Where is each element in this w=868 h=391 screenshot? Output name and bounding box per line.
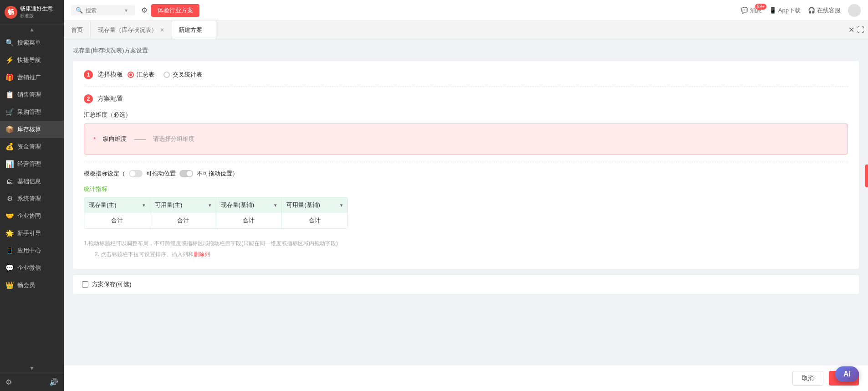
sidebar-item-label: 搜索菜单 <box>17 39 41 47</box>
inventory-icon: 📦 <box>5 125 14 134</box>
trial-btn[interactable]: 体验行业方案 <box>151 4 199 17</box>
sidebar-item-member[interactable]: 👑 畅会员 <box>0 277 64 294</box>
tab-new-plan[interactable]: 新建方案 ✕ <box>172 21 216 39</box>
template-radio-group: 汇总表 交叉统计表 <box>128 71 202 79</box>
save-row: 方案保存(可选) <box>73 274 859 294</box>
topbar: 🔍 ▾ ⚙ 体验行业方案 💬 消息 99+ 📱 App下载 🎧 在线客服 <box>64 0 868 21</box>
sidebar-item-system[interactable]: ⚙ 系统管理 <box>0 190 64 207</box>
delete-col-link[interactable]: 删除列 <box>194 251 210 257</box>
sidebar-item-newguide[interactable]: 🌟 新手引导 <box>0 225 64 242</box>
cancel-button[interactable]: 取消 <box>792 371 823 386</box>
sidebar-item-label: 系统管理 <box>17 195 41 203</box>
basic-icon: 🗂 <box>5 177 14 185</box>
stat-col-3-label: 可用量(基辅) <box>286 201 320 209</box>
tab-close-all-icon[interactable]: ✕ <box>848 26 854 34</box>
tab-home[interactable]: 首页 <box>64 21 91 39</box>
tips-section: 1.拖动标题栏可以调整布局，不可跨维度或指标区域拖动栏目字段(只能在同一维度或指… <box>84 238 848 260</box>
stat-col-0-dropdown[interactable]: ▾ <box>143 202 145 208</box>
purchase-icon: 🛒 <box>5 108 14 116</box>
tab-inventory-close-icon[interactable]: ✕ <box>160 27 164 33</box>
radio-summary[interactable]: 汇总表 <box>128 71 154 79</box>
sidebar-item-operation[interactable]: 📊 经营管理 <box>0 155 64 173</box>
step2-header: 2 方案配置 <box>84 94 848 103</box>
system-icon: ⚙ <box>5 195 14 203</box>
marketing-icon: 🎁 <box>5 73 14 82</box>
tip-1-text: 1.拖动标题栏可以调整布局，不可跨维度或指标区域拖动栏目字段(只能在同一维度或指… <box>84 238 338 249</box>
stat-col-0-label: 现存量(主) <box>89 201 117 209</box>
sidebar-item-enterprise[interactable]: 🤝 企业协同 <box>0 207 64 225</box>
sidebar-item-label: 销售管理 <box>17 91 41 99</box>
stat-col-1-dropdown[interactable]: ▾ <box>209 202 211 208</box>
sidebar-item-wechat[interactable]: 💬 企业微信 <box>0 259 64 277</box>
dim-placeholder[interactable]: 请选择分组维度 <box>153 135 194 143</box>
enterprise-icon: 🤝 <box>5 212 14 220</box>
sidebar-item-label: 企业协同 <box>17 212 41 220</box>
stat-cell-1: 合计 <box>150 213 216 228</box>
radio-cross[interactable]: 交叉统计表 <box>163 71 202 79</box>
user-avatar[interactable] <box>848 4 861 17</box>
sidebar-item-label: 经营管理 <box>17 160 41 168</box>
stat-col-3[interactable]: 可用量(基辅) ▾ <box>282 197 347 213</box>
stat-col-2-dropdown[interactable]: ▾ <box>274 202 277 208</box>
sidebar-logo: 畅 畅康通好生意 标准版 <box>0 0 64 25</box>
service-label: 在线客服 <box>817 6 841 15</box>
sidebar: 畅 畅康通好生意 标准版 ▲ 🔍 搜索菜单 ⚡ 快捷导航 🎁 营销推广 📋 销售… <box>0 0 64 391</box>
stat-col-0[interactable]: 现存量(主) ▾ <box>84 197 150 213</box>
tip-1: 1.拖动标题栏可以调整布局，不可跨维度或指标区域拖动栏目字段(只能在同一维度或指… <box>84 238 848 249</box>
footer-btns: 取消 查询 <box>64 365 868 391</box>
sidebar-item-marketing[interactable]: 🎁 营销推广 <box>0 69 64 86</box>
not-draggable-label: 不可拖动位置） <box>197 170 238 178</box>
stat-table-header: 现存量(主) ▾ 可用量(主) ▾ 现存量(基辅) ▾ 可用量(基辅) <box>84 197 347 213</box>
search-input[interactable] <box>86 7 122 14</box>
sidebar-item-label: 库存核算 <box>17 125 41 134</box>
sidebar-scroll-up[interactable]: ▲ <box>0 25 64 34</box>
tab-inventory-status[interactable]: 现存量（库存状况表） ✕ <box>91 21 172 39</box>
radio-cross-circle <box>163 72 170 78</box>
sidebar-item-search[interactable]: 🔍 搜索菜单 <box>0 34 64 51</box>
sidebar-item-appcenter[interactable]: 📱 应用中心 <box>0 242 64 259</box>
tab-new-plan-close-icon[interactable]: ✕ <box>205 27 209 33</box>
topbar-gear-icon[interactable]: ⚙ <box>141 6 148 15</box>
stat-col-2[interactable]: 现存量(基辅) ▾ <box>216 197 282 213</box>
search-box[interactable]: 🔍 ▾ <box>71 5 135 15</box>
app-download-btn[interactable]: 📱 App下载 <box>769 6 801 15</box>
sidebar-item-label: 新手引导 <box>17 229 41 237</box>
app-logo-text: 畅康通好生意 标准版 <box>20 5 53 19</box>
radio-summary-label: 汇总表 <box>137 71 154 79</box>
sidebar-scroll-down[interactable]: ▼ <box>0 364 64 373</box>
right-edge-bar <box>865 165 868 187</box>
tab-expand-icon[interactable]: ⛶ <box>857 26 864 34</box>
sidebar-item-purchase[interactable]: 🛒 采购管理 <box>0 103 64 121</box>
sidebar-item-label: 营销推广 <box>17 73 41 82</box>
message-btn[interactable]: 💬 消息 99+ <box>741 6 762 15</box>
app-logo-icon: 畅 <box>5 6 17 19</box>
stat-col-3-dropdown[interactable]: ▾ <box>340 202 343 208</box>
stat-col-1-label: 可用量(主) <box>155 201 183 209</box>
topbar-right: 💬 消息 99+ 📱 App下载 🎧 在线客服 <box>741 4 861 17</box>
stat-cell-0: 合计 <box>84 213 150 228</box>
sidebar-item-label: 应用中心 <box>17 247 41 255</box>
not-draggable-toggle[interactable] <box>179 170 193 177</box>
app-download-label: App下载 <box>778 6 801 15</box>
wechat-icon: 💬 <box>5 264 14 272</box>
dimension-row: * 纵向维度 —— 请选择分组维度 <box>93 135 838 143</box>
sidebar-item-basic[interactable]: 🗂 基础信息 <box>0 173 64 190</box>
help-icon[interactable]: 🔊 <box>49 378 58 386</box>
sidebar-item-sales[interactable]: 📋 销售管理 <box>0 86 64 103</box>
sidebar-item-quick-nav[interactable]: ⚡ 快捷导航 <box>0 51 64 69</box>
ai-floating-button[interactable]: Ai <box>835 366 859 382</box>
save-checkbox[interactable] <box>82 281 88 288</box>
tab-home-label: 首页 <box>71 26 83 34</box>
settings-icon[interactable]: ⚙ <box>5 378 12 386</box>
step2-title: 方案配置 <box>97 95 123 103</box>
dim-dash: —— <box>134 136 146 143</box>
draggable-toggle[interactable] <box>129 170 143 177</box>
online-service-btn[interactable]: 🎧 在线客服 <box>808 6 841 15</box>
message-badge: 99+ <box>755 4 766 10</box>
sidebar-item-inventory[interactable]: 📦 库存核算 <box>0 121 64 138</box>
stat-col-1[interactable]: 可用量(主) ▾ <box>150 197 216 213</box>
search-dropdown-icon[interactable]: ▾ <box>125 7 128 14</box>
sidebar-item-finance[interactable]: 💰 资金管理 <box>0 138 64 155</box>
sidebar-nav: 🔍 搜索菜单 ⚡ 快捷导航 🎁 营销推广 📋 销售管理 🛒 采购管理 📦 库存核… <box>0 34 64 364</box>
stat-section: 统计指标 现存量(主) ▾ 可用量(主) ▾ 现存量(基辅) <box>84 185 848 229</box>
